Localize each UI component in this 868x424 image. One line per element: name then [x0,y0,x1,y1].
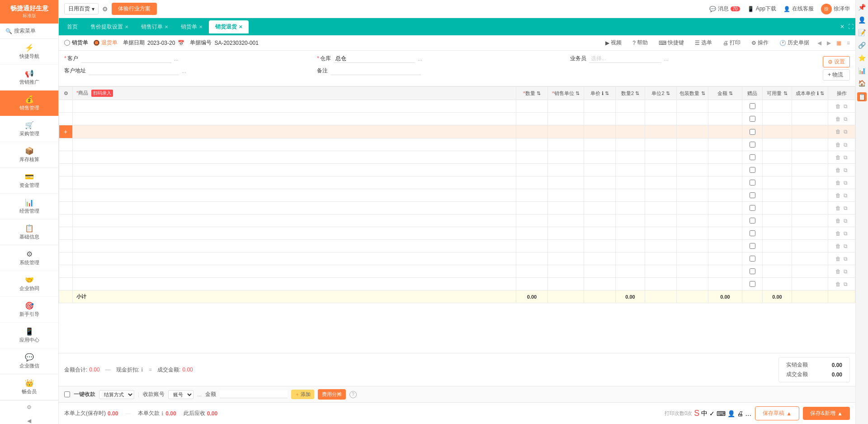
gift-checkbox[interactable] [750,218,755,224]
copy-row-icon[interactable]: ⧉ [844,129,848,135]
price-cell[interactable] [584,189,616,202]
delete-row-icon[interactable]: 🗑 [835,205,841,211]
sidebar-item-member[interactable]: 👑 畅会员 [0,374,58,400]
delete-row-icon[interactable]: 🗑 [835,180,841,186]
gift-cell[interactable] [742,252,763,265]
add-payment-btn[interactable]: ＋ 添加 [291,390,314,399]
gift-cell[interactable] [742,240,763,252]
copy-row-icon[interactable]: ⧉ [844,281,848,287]
gift-checkbox[interactable] [750,192,755,198]
copy-row-icon[interactable]: ⧉ [844,103,848,110]
sidebar-search[interactable]: 🔍 搜索菜单 [0,24,58,39]
qty-cell[interactable] [516,278,548,291]
topbar-settings-icon[interactable]: ⚙ [102,5,108,13]
price-cell[interactable] [584,240,616,252]
trial-btn[interactable]: 体验行业方案 [112,3,157,15]
gift-checkbox[interactable] [750,243,755,249]
unit2-cell[interactable] [645,278,677,291]
copy-row-icon[interactable]: ⧉ [844,268,848,275]
copy-row-icon[interactable]: ⧉ [844,167,848,173]
salesperson-input[interactable] [589,54,661,63]
avail-cell[interactable] [763,138,792,151]
amount-cell[interactable] [708,265,742,278]
price-cell[interactable] [584,252,616,265]
unit2-cell[interactable] [645,100,677,113]
sidebar-item-wechat[interactable]: 💬 企业微信 [0,348,58,374]
amount-cell[interactable] [708,278,742,291]
gift-cell[interactable] [742,113,763,125]
product-input[interactable] [75,129,514,134]
unit2-cell[interactable] [645,214,677,227]
qty-cell[interactable] [516,227,548,240]
right-icon-5[interactable]: ⭐ [858,54,866,62]
radio-sales[interactable]: 销货单 [64,39,88,47]
gift-cell[interactable] [742,214,763,227]
qty2-cell[interactable] [616,189,645,202]
account-dots[interactable]: ... [197,391,202,398]
cost-cell[interactable] [792,227,828,240]
gift-checkbox[interactable] [750,268,755,274]
avail-cell[interactable] [763,202,792,214]
avail-cell[interactable] [763,252,792,265]
unit-cell[interactable] [548,240,584,252]
qty-cell[interactable] [516,100,548,113]
tab-close-icon[interactable]: ✕ [125,24,128,29]
delete-row-icon[interactable]: 🗑 [835,256,841,262]
tab-sales-return[interactable]: 销货退货 ✕ [209,20,249,33]
unit-cell[interactable] [548,138,584,151]
gift-checkbox[interactable] [750,256,755,262]
qty2-cell[interactable] [616,214,645,227]
history-btn[interactable]: 🕐 历史单据 [777,38,812,48]
unit-cell[interactable] [548,252,584,265]
amount-cell[interactable] [708,100,742,113]
amount-cell[interactable] [708,176,742,189]
tab-close-icon[interactable]: ✕ [239,24,242,29]
sidebar-item-marketing[interactable]: 📢 营销推广 [0,65,58,91]
customer-dots[interactable]: ... [174,56,179,62]
avail-cell[interactable] [763,100,792,113]
account-select[interactable]: 账号 [168,390,193,399]
copy-row-icon[interactable]: ⧉ [844,154,848,161]
sidebar-item-finance[interactable]: 💳 资金管理 [0,168,58,194]
gift-checkbox[interactable] [750,142,755,148]
right-icon-8[interactable]: 📋 [857,92,867,101]
qty2-cell[interactable] [616,151,645,164]
unit-cell[interactable] [548,125,584,138]
sidebar-item-inventory[interactable]: 📦 库存核算 [0,142,58,168]
qty2-cell[interactable] [616,278,645,291]
copy-row-icon[interactable]: ⧉ [844,142,848,148]
calendar-icon[interactable]: 📅 [178,40,184,46]
amount-cell[interactable] [708,113,742,125]
gift-checkbox[interactable] [750,180,755,186]
pkgqty-cell[interactable] [677,227,708,240]
delete-row-icon[interactable]: 🗑 [835,154,841,161]
amount-cell[interactable] [708,252,742,265]
price-cell[interactable] [584,113,616,125]
avail-cell[interactable] [763,151,792,164]
sidebar-collapse-btn[interactable]: ◀ [0,414,58,424]
avail-cell[interactable] [763,176,792,189]
tab-sales-delivery[interactable]: 销货单 ✕ [175,20,209,33]
qty-cell[interactable] [516,164,548,176]
price-cell[interactable] [584,176,616,189]
sidebar-item-system[interactable]: ⚙ 系统管理 [0,245,58,271]
radio-return-input[interactable] [94,40,99,46]
unit-cell[interactable] [548,113,584,125]
help-btn[interactable]: ? 帮助 [630,38,651,48]
price-cell[interactable] [584,214,616,227]
sidebar-settings-btn[interactable]: ⚙ [0,400,58,414]
cost-cell[interactable] [792,125,828,138]
gift-checkbox[interactable] [750,167,755,173]
price-cell[interactable] [584,265,616,278]
settings-btn[interactable]: ⚙ 设置 [823,56,850,67]
pkgqty-cell[interactable] [677,278,708,291]
unit-cell[interactable] [548,278,584,291]
qty-cell[interactable] [516,189,548,202]
onestep-checkbox[interactable] [64,391,70,397]
price-cell[interactable] [584,164,616,176]
address-dots[interactable]: ... [182,68,186,74]
pkgqty-cell[interactable] [677,151,708,164]
sidebar-item-enterprise[interactable]: 🤝 企业协同 [0,271,58,297]
maximize-icon[interactable]: ⛶ [848,24,854,30]
gift-checkbox[interactable] [750,103,755,109]
